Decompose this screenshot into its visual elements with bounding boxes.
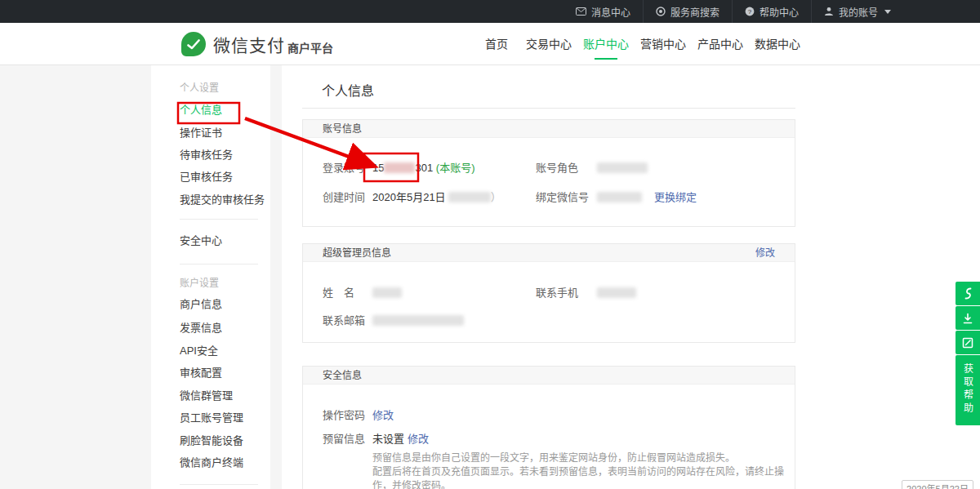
wechat-pay-logo-icon [181, 32, 206, 56]
bound-wechat-label: 绑定微信号 [536, 191, 589, 204]
sidebar-item-staff-account-mgmt[interactable]: 员工账号管理 [180, 411, 243, 425]
admin-info-card: 超级管理员信息 修改 姓 名 联系手机 联系邮箱 [302, 243, 795, 343]
admin-email-label: 联系邮箱 [323, 314, 365, 327]
sidebar-item-personal-info[interactable]: 个人信息 [180, 104, 222, 117]
admin-phone-label: 联系手机 [536, 287, 578, 300]
topbar: 消息中心 服务商搜索 ? 帮助中心 我的账号 [0, 0, 980, 23]
card-title: 安全信息 [323, 370, 362, 381]
reserved-info-edit-link[interactable]: 修改 [408, 433, 429, 446]
admin-info-card-header: 超级管理员信息 修改 [303, 244, 795, 262]
account-info-card-header: 账号信息 [303, 120, 795, 138]
nav-transaction-center[interactable]: 交易中心 [526, 23, 572, 65]
main-content: 个人信息 账号信息 登录账号 15301 (本账号) 账号角色 创建时间 202… [282, 65, 980, 489]
admin-name-value [372, 287, 402, 300]
feedback-icon [962, 337, 973, 349]
redacted-email [372, 315, 464, 326]
date-tooltip: 2020年5月22日 [902, 480, 973, 489]
account-info-card: 账号信息 登录账号 15301 (本账号) 账号角色 创建时间 2020年5月2… [302, 119, 795, 227]
brand-name: 微信支付 [213, 32, 285, 56]
sidebar: 个人设置 个人信息 操作证书 待审核任务 已审核任务 我提交的审核任务 安全中心… [151, 65, 270, 489]
card-title: 超级管理员信息 [323, 247, 391, 259]
mail-icon [576, 7, 586, 16]
topbar-my-account[interactable]: 我的账号 [811, 0, 903, 23]
current-account-tag: (本账号) [436, 162, 475, 174]
redacted-login-digits [384, 162, 415, 173]
redacted-role [597, 162, 648, 173]
topbar-sp-search[interactable]: 服务商搜索 [643, 0, 732, 23]
sidebar-content-gutter [270, 65, 282, 489]
sidebar-item-invoice-info[interactable]: 发票信息 [180, 322, 222, 335]
sidebar-item-wechat-merchant-terminal[interactable]: 微信商户终端 [180, 456, 243, 469]
login-account-value: 15301 (本账号) [372, 162, 474, 175]
security-info-card: 安全信息 操作密码 修改 预留信息 未设置 修改 预留信息是由你自己设置的一段文… [302, 366, 795, 489]
sidebar-item-security-center[interactable]: 安全中心 [180, 234, 222, 247]
operation-password-label: 操作密码 [323, 409, 365, 422]
account-role-value [597, 162, 648, 175]
admin-email-value [372, 314, 464, 327]
header: 微信支付 商户平台 首页 交易中心 账户中心 营销中心 产品中心 数据中心 [0, 23, 980, 65]
topbar-item-label: 服务商搜索 [670, 5, 719, 19]
redacted-created-detail [448, 192, 491, 202]
sidebar-divider [180, 219, 258, 220]
sidebar-divider [180, 264, 258, 265]
card-title: 账号信息 [323, 123, 362, 135]
sidebar-item-api-security[interactable]: API安全 [180, 345, 218, 358]
admin-name-label: 姓 名 [323, 287, 354, 300]
login-account-label: 登录账号 [323, 162, 365, 175]
nav-marketing-center[interactable]: 营销中心 [640, 23, 686, 65]
feedback-button[interactable] [956, 331, 980, 354]
sidebar-item-merchant-info[interactable]: 商户信息 [180, 298, 222, 311]
topbar-item-label: 帮助中心 [760, 5, 799, 19]
miniprogram-button[interactable] [956, 282, 980, 305]
title-divider [302, 108, 795, 109]
reserved-info-status: 未设置 [372, 433, 404, 446]
created-time-value: 2020年5月21日） [372, 191, 501, 204]
page-title: 个人信息 [322, 80, 374, 100]
user-icon [824, 7, 834, 16]
account-role-label: 账号角色 [536, 162, 578, 175]
help-icon: ? [745, 7, 755, 16]
sidebar-item-operation-cert[interactable]: 操作证书 [180, 127, 222, 140]
floating-help-panel: 获取帮助 [956, 282, 980, 425]
nav-home[interactable]: 首页 [485, 23, 508, 65]
sidebar-item-wechat-group-mgmt[interactable]: 微信群管理 [180, 389, 233, 402]
redacted-wechat-id [597, 192, 642, 202]
left-background-band [0, 65, 151, 489]
created-time-label: 创建时间 [323, 191, 365, 204]
security-info-card-header: 安全信息 [303, 367, 795, 385]
sidebar-item-reviewed-tasks[interactable]: 已审核任务 [180, 171, 233, 184]
topbar-message-center[interactable]: 消息中心 [564, 0, 643, 23]
reserved-info-description: 预留信息是由你自己设置的一段文字，用来鉴定网站身份，防止假冒网站造成损失。 配置… [372, 451, 789, 489]
topbar-help-center[interactable]: ? 帮助中心 [732, 0, 811, 23]
header-divider [278, 38, 278, 51]
bound-wechat-value [597, 191, 642, 204]
admin-phone-value [597, 287, 636, 300]
rebind-wechat-link[interactable]: 更换绑定 [654, 191, 697, 204]
topbar-item-label: 消息中心 [591, 5, 630, 19]
download-icon [962, 313, 973, 324]
sidebar-item-review-config[interactable]: 审核配置 [180, 367, 222, 380]
operation-password-edit-link[interactable]: 修改 [372, 409, 394, 422]
topbar-item-label: 我的账号 [839, 5, 878, 19]
download-button[interactable] [956, 306, 980, 330]
portal-name: 商户平台 [287, 39, 333, 56]
sidebar-section-personal-settings: 个人设置 [180, 82, 219, 95]
redacted-phone [597, 287, 636, 298]
svg-text:?: ? [748, 8, 752, 16]
sidebar-section-account-settings: 账户设置 [180, 277, 219, 290]
chevron-down-icon [884, 10, 891, 14]
sidebar-divider [180, 484, 258, 485]
nav-data-center[interactable]: 数据中心 [755, 23, 800, 65]
sidebar-item-face-smart-device[interactable]: 刷脸智能设备 [180, 434, 243, 447]
nav-account-center[interactable]: 账户中心 [583, 23, 629, 65]
redacted-name [372, 287, 402, 298]
get-help-button[interactable]: 获取帮助 [956, 355, 980, 425]
miniprogram-icon [963, 287, 973, 300]
brand-logo[interactable]: 微信支付 [181, 32, 285, 56]
reserved-info-label: 预留信息 [323, 433, 365, 446]
nav-product-center[interactable]: 产品中心 [697, 23, 743, 65]
search-icon [656, 7, 666, 16]
sidebar-item-my-submitted-tasks[interactable]: 我提交的审核任务 [180, 193, 265, 207]
sidebar-item-pending-review-tasks[interactable]: 待审核任务 [180, 149, 233, 162]
admin-edit-link[interactable]: 修改 [755, 244, 775, 262]
